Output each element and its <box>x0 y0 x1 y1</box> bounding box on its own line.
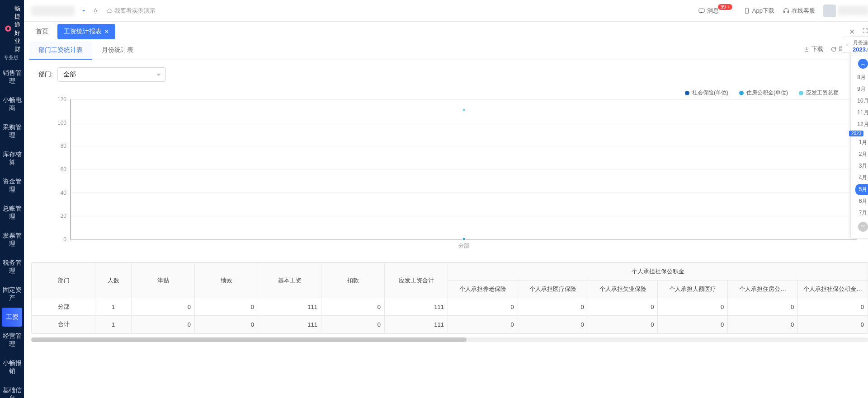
download-button[interactable]: 下载 <box>803 45 823 53</box>
filter-label: 部门: <box>38 70 53 79</box>
sidebar-item-4[interactable]: 资金管理 <box>0 172 24 199</box>
app-download-button[interactable]: App下载 <box>743 7 774 15</box>
month-item[interactable]: 5月 <box>855 184 868 195</box>
chevron-down-icon[interactable] <box>81 8 86 14</box>
month-item[interactable]: 3月 <box>855 160 868 172</box>
month-scroll-up[interactable]: ︽ <box>858 59 868 69</box>
legend-dot-icon <box>739 91 744 95</box>
month-item[interactable]: 8月 <box>854 72 868 83</box>
demo-link[interactable]: 我要看实例演示 <box>106 7 156 15</box>
tab-salary-report[interactable]: 工资统计报表 ✕ <box>57 24 115 39</box>
app-logo-icon <box>4 24 13 33</box>
legend-item[interactable]: 应发工资总额 <box>799 89 839 97</box>
chart-plot: 分部 <box>70 99 857 239</box>
month-item[interactable]: 9月 <box>854 84 868 95</box>
phone-icon <box>743 7 750 14</box>
page-tabs: 首页 工资统计报表 ✕ ✕ <box>24 22 868 42</box>
month-item[interactable]: 4月 <box>855 172 868 183</box>
month-item[interactable]: 12月 <box>854 119 868 130</box>
customer-service-button[interactable]: 在线客服 <box>783 7 815 15</box>
month-item[interactable]: 7月 <box>855 207 868 219</box>
y-tick: 80 <box>61 143 66 149</box>
user-menu[interactable] <box>823 5 868 17</box>
legend-dot-icon <box>685 91 689 95</box>
message-icon <box>698 7 705 14</box>
gear-icon[interactable] <box>92 7 99 14</box>
sidebar-nav: 销售管理小畅电商采购管理库存核算资金管理总账管理发票管理税务管理固定资产工资经营… <box>0 64 24 398</box>
sidebar-item-10[interactable]: 经营管理 <box>0 327 24 354</box>
svg-rect-1 <box>745 8 749 14</box>
th-payable: 应发工资合计 <box>385 263 448 298</box>
chart-x-label: 分部 <box>458 242 469 250</box>
dept-select[interactable]: 全部 <box>57 67 166 82</box>
month-item[interactable]: 2月 <box>855 149 868 160</box>
th-housing: 个人承担住房公… <box>728 281 798 298</box>
chart-y-axis: 020406080100120 <box>52 99 70 239</box>
refresh-icon <box>830 46 837 52</box>
sidebar-item-6[interactable]: 发票管理 <box>0 226 24 253</box>
th-total: 个人承担社保公积金… <box>798 281 868 298</box>
month-picker-header: 月份选择 2023.05 <box>851 37 868 56</box>
y-tick: 0 <box>63 236 66 243</box>
chart-area: 社会保险(单位)住房公积金(单位)应发工资总额 020406080100120 … <box>29 89 868 262</box>
sidebar-item-1[interactable]: 小畅电商 <box>0 91 24 118</box>
demo-link-label: 我要看实例演示 <box>114 7 156 15</box>
user-name <box>838 6 868 15</box>
month-item[interactable]: 6月 <box>855 196 868 207</box>
avatar <box>823 5 836 17</box>
cloud-icon <box>106 8 113 14</box>
left-sidebar: 畅捷通好业财 专业版 销售管理小畅电商采购管理库存核算资金管理总账管理发票管理税… <box>0 0 24 398</box>
th-count: 人数 <box>95 263 132 298</box>
sidebar-item-12[interactable]: 基础信息 <box>0 381 24 398</box>
subtabs: 部门工资统计表 月份统计表 <box>29 42 868 60</box>
messages-badge: 99 + <box>718 4 732 10</box>
subtab-month[interactable]: 月份统计表 <box>93 42 142 60</box>
messages-button[interactable]: 消息 99 + <box>698 7 735 15</box>
y-tick: 100 <box>57 120 66 126</box>
month-item[interactable]: 11月 <box>854 107 868 118</box>
sidebar-item-0[interactable]: 销售管理 <box>0 64 24 91</box>
y-tick: 40 <box>61 190 66 196</box>
subtab-dept[interactable]: 部门工资统计表 <box>29 42 92 60</box>
th-perf: 绩效 <box>195 263 258 298</box>
chart-legend: 社会保险(单位)住房公积金(单位)应发工资总额 <box>43 89 857 97</box>
download-icon <box>803 46 810 52</box>
logo-area: 畅捷通好业财 专业版 <box>0 0 24 64</box>
th-deduct: 扣款 <box>321 263 385 298</box>
table-h-scrollbar[interactable] <box>31 337 868 342</box>
app-name: 畅捷通好业财 <box>14 5 20 53</box>
headset-icon <box>783 7 790 14</box>
chart-data-point[interactable] <box>462 238 465 241</box>
sidebar-item-11[interactable]: 小畅报销 <box>0 354 24 381</box>
table-row: 合计1001110111000000 <box>32 316 868 333</box>
y-tick: 60 <box>61 166 66 173</box>
y-tick: 20 <box>61 213 66 219</box>
sidebar-item-5[interactable]: 总账管理 <box>0 199 24 226</box>
org-name[interactable] <box>31 6 75 16</box>
th-allowance: 津贴 <box>132 263 195 298</box>
sidebar-item-2[interactable]: 采购管理 <box>0 118 24 145</box>
close-icon[interactable]: ✕ <box>104 28 109 35</box>
legend-item[interactable]: 社会保险(单位) <box>685 89 728 97</box>
legend-dot-icon <box>799 91 803 95</box>
sidebar-item-3[interactable]: 库存核算 <box>0 145 24 172</box>
sidebar-item-9[interactable]: 工资 <box>2 308 22 327</box>
data-table: 部门人数津贴绩效基本工资扣款应发工资合计个人承担社保公积金个人承担养老保险个人承… <box>31 262 868 334</box>
month-item[interactable]: 10月 <box>854 95 868 107</box>
main-area: 我要看实例演示 消息 99 + App下载 在线客服 首页 工资统计报表 ✕ ✕ <box>24 0 868 398</box>
legend-item[interactable]: 住房公积金(单位) <box>739 89 788 97</box>
sidebar-item-8[interactable]: 固定资产 <box>0 281 24 308</box>
th-unemploy: 个人承担失业保险 <box>588 281 658 298</box>
month-picker-toggle[interactable]: › <box>843 37 851 53</box>
month-scroll-down[interactable]: ︾ <box>858 222 868 232</box>
chart: 020406080100120 分部 <box>43 99 857 253</box>
month-item[interactable]: 1月 <box>855 137 868 148</box>
th-dept: 部门 <box>32 263 95 298</box>
top-bar: 我要看实例演示 消息 99 + App下载 在线客服 <box>24 0 868 22</box>
chart-data-point[interactable] <box>462 108 465 112</box>
messages-label: 消息 <box>707 7 719 15</box>
sidebar-item-7[interactable]: 税务管理 <box>0 253 24 281</box>
svg-rect-0 <box>699 9 704 12</box>
tab-home[interactable]: 首页 <box>29 24 55 39</box>
table-row: 分部1001110111000000 <box>32 298 868 316</box>
